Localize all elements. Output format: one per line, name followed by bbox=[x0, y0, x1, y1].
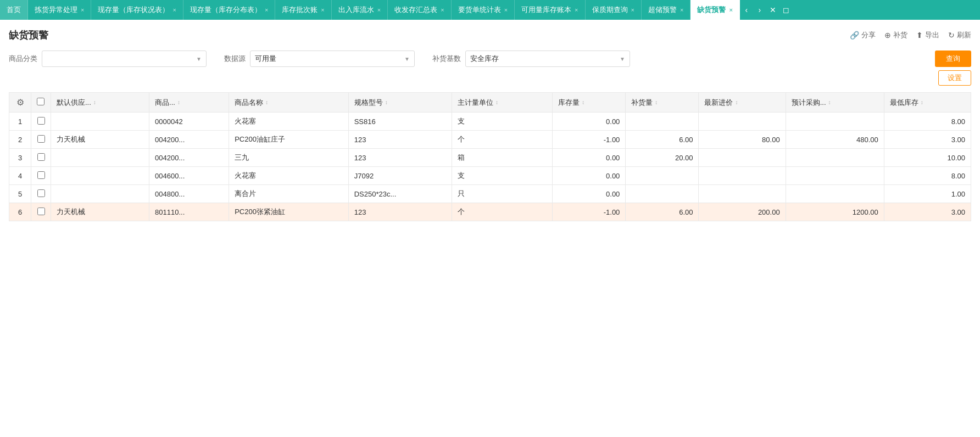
row-latest-price-4 bbox=[699, 167, 786, 185]
row-unit-2: 个 bbox=[452, 131, 552, 149]
row-supplier-4 bbox=[51, 167, 149, 185]
settings-button[interactable]: 设置 bbox=[938, 70, 971, 86]
page-header: 缺货预警 🔗 分享 ⊕ 补货 ⬆ 导出 ↻ 刷新 bbox=[9, 29, 971, 42]
replenish-sort-icon[interactable]: ↕ bbox=[655, 99, 658, 105]
tab-inout-flow[interactable]: 出入库流水 × bbox=[332, 0, 388, 20]
export-icon: ⬆ bbox=[916, 31, 923, 40]
unit-sort-icon[interactable]: ↕ bbox=[495, 99, 498, 105]
est-purchase-sort-icon[interactable]: ↕ bbox=[828, 99, 831, 105]
replenish-base-select[interactable]: 安全库存 ▼ bbox=[465, 51, 630, 67]
spec-sort-icon[interactable]: ↕ bbox=[385, 99, 388, 105]
tab-nav-close[interactable]: ✕ bbox=[766, 0, 779, 20]
replenish-button[interactable]: ⊕ 补货 bbox=[884, 30, 907, 40]
tab-current-stock-status[interactable]: 现存量（库存状况表） × bbox=[91, 0, 183, 20]
row-goods-code-1: 0000042 bbox=[149, 113, 229, 131]
tab-close-8[interactable]: × bbox=[575, 7, 578, 13]
tab-close-5[interactable]: × bbox=[377, 7, 381, 13]
row-min-stock-4: 8.00 bbox=[884, 167, 971, 185]
tab-home[interactable]: 首页 bbox=[0, 0, 28, 20]
tab-close-7[interactable]: × bbox=[504, 7, 508, 13]
row-select-6[interactable] bbox=[37, 208, 45, 215]
category-select[interactable]: ▼ bbox=[42, 51, 207, 67]
replenish-base-label: 补货基数 bbox=[432, 54, 461, 64]
row-goods-name-3: 三九 bbox=[229, 149, 349, 167]
row-no-4: 4 bbox=[9, 167, 31, 185]
row-select-4[interactable] bbox=[37, 171, 45, 179]
tab-receive-send-summary[interactable]: 收发存汇总表 × bbox=[388, 0, 451, 20]
category-label: 商品分类 bbox=[9, 54, 37, 64]
tab-nav-prev[interactable]: ‹ bbox=[740, 0, 753, 20]
tab-close-4[interactable]: × bbox=[321, 7, 324, 13]
tab-stock-batch[interactable]: 库存批次账 × bbox=[275, 0, 331, 20]
row-goods-name-4: 火花塞 bbox=[229, 167, 349, 185]
row-no-3: 3 bbox=[9, 149, 31, 167]
tab-close-2[interactable]: × bbox=[172, 7, 176, 13]
tab-requisition-stats[interactable]: 要货单统计表 × bbox=[452, 0, 515, 20]
col-replenish: 补货量 ↕ bbox=[626, 93, 699, 113]
row-min-stock-1: 8.00 bbox=[884, 113, 971, 131]
row-unit-3: 箱 bbox=[452, 149, 552, 167]
supplier-sort-icon[interactable]: ↕ bbox=[93, 99, 96, 105]
row-supplier-6: 力天机械 bbox=[51, 203, 149, 221]
stock-sort-icon[interactable]: ↕ bbox=[582, 99, 584, 105]
row-select-5[interactable] bbox=[37, 189, 45, 197]
row-checkbox-3[interactable] bbox=[31, 149, 51, 167]
tab-close-1[interactable]: × bbox=[81, 7, 84, 13]
row-min-stock-3: 10.00 bbox=[884, 149, 971, 167]
row-select-3[interactable] bbox=[37, 153, 45, 161]
tab-close-3[interactable]: × bbox=[265, 7, 268, 13]
row-select-1[interactable] bbox=[37, 117, 45, 125]
tab-close-10[interactable]: × bbox=[680, 7, 683, 13]
row-stock-5: 0.00 bbox=[553, 185, 626, 203]
table-row: 5 004800... 离合片 DS250*23c... 只 0.00 1.00 bbox=[9, 185, 971, 203]
goods-code-sort-icon[interactable]: ↕ bbox=[177, 99, 180, 105]
tab-current-stock-dist[interactable]: 现存量（库存分布表） × bbox=[183, 0, 275, 20]
query-button[interactable]: 查询 bbox=[935, 51, 971, 67]
tab-close-6[interactable]: × bbox=[441, 7, 444, 13]
row-checkbox-1[interactable] bbox=[31, 113, 51, 131]
tab-picking-exception[interactable]: 拣货异常处理 × bbox=[28, 0, 91, 20]
row-checkbox-5[interactable] bbox=[31, 185, 51, 203]
tab-close-9[interactable]: × bbox=[631, 7, 634, 13]
tab-available-stock-ledger[interactable]: 可用量库存账本 × bbox=[515, 0, 585, 20]
refresh-button[interactable]: ↻ 刷新 bbox=[948, 30, 971, 40]
row-goods-name-6: PC200张紧油缸 bbox=[229, 203, 349, 221]
row-latest-price-2: 80.00 bbox=[699, 131, 786, 149]
latest-price-sort-icon[interactable]: ↕ bbox=[735, 99, 738, 105]
row-checkbox-6[interactable] bbox=[31, 203, 51, 221]
row-unit-6: 个 bbox=[452, 203, 552, 221]
select-all-checkbox[interactable] bbox=[37, 98, 44, 105]
replenish-base-filter-group: 补货基数 安全库存 ▼ bbox=[432, 51, 630, 67]
refresh-icon: ↻ bbox=[948, 31, 955, 40]
tab-shortage-warning[interactable]: 缺货预警 × bbox=[691, 0, 739, 20]
right-actions: 查询 设置 bbox=[935, 51, 971, 86]
datasource-select[interactable]: 可用量 ▼ bbox=[250, 51, 415, 67]
goods-name-sort-icon[interactable]: ↕ bbox=[265, 99, 268, 105]
tab-close-11[interactable]: × bbox=[729, 7, 732, 13]
row-goods-code-5: 004800... bbox=[149, 185, 229, 203]
column-settings-icon[interactable]: ⚙ bbox=[15, 97, 25, 108]
category-filter-group: 商品分类 ▼ bbox=[9, 51, 207, 67]
row-checkbox-2[interactable] bbox=[31, 131, 51, 149]
header-actions: 🔗 分享 ⊕ 补货 ⬆ 导出 ↻ 刷新 bbox=[850, 30, 971, 40]
export-button[interactable]: ⬆ 导出 bbox=[916, 30, 939, 40]
min-stock-sort-icon[interactable]: ↕ bbox=[921, 99, 923, 105]
col-gear: ⚙ bbox=[9, 93, 31, 113]
data-table: ⚙ 默认供应... ↕ 商品... ↕ bbox=[9, 92, 971, 221]
row-supplier-2: 力天机械 bbox=[51, 131, 149, 149]
row-no-6: 6 bbox=[9, 203, 31, 221]
row-goods-name-5: 离合片 bbox=[229, 185, 349, 203]
share-button[interactable]: 🔗 分享 bbox=[850, 30, 876, 40]
col-stock: 库存量 ↕ bbox=[553, 93, 626, 113]
row-est-purchase-2: 480.00 bbox=[786, 131, 884, 149]
tab-nav-restore[interactable]: ◻ bbox=[779, 0, 793, 20]
row-supplier-3 bbox=[51, 149, 149, 167]
tab-expiry-query[interactable]: 保质期查询 × bbox=[586, 0, 642, 20]
row-latest-price-5 bbox=[699, 185, 786, 203]
row-est-purchase-1 bbox=[786, 113, 884, 131]
tab-overstock-warning[interactable]: 超储预警 × bbox=[642, 0, 691, 20]
row-select-2[interactable] bbox=[37, 135, 45, 143]
col-min-stock: 最低库存 ↕ bbox=[884, 93, 971, 113]
tab-nav-next[interactable]: › bbox=[753, 0, 766, 20]
row-checkbox-4[interactable] bbox=[31, 167, 51, 185]
